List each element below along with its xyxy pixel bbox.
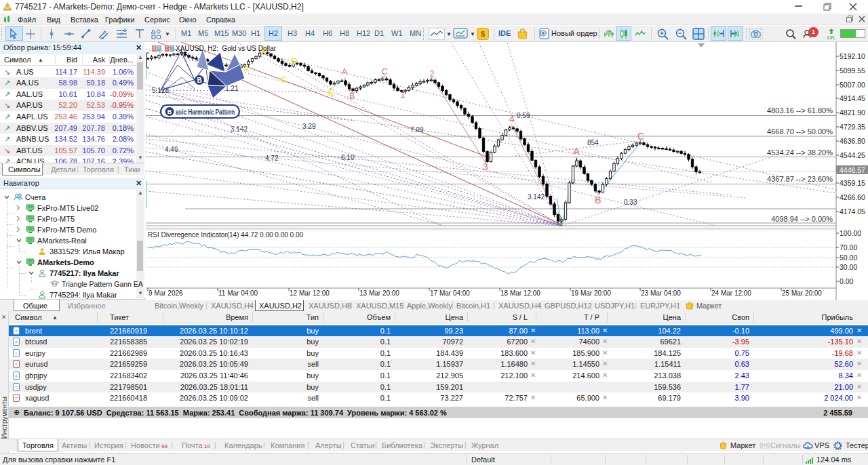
svg-text:4636.80: 4636.80 — [840, 137, 865, 145]
svg-text:XAUUSD, H2: Gold vs US Dollar: XAUUSD, H2: Gold vs US Dollar — [176, 45, 276, 52]
svg-text:11 Mar 04:00: 11 Mar 04:00 — [218, 289, 258, 297]
svg-text:4.72: 4.72 — [265, 155, 279, 162]
svg-text:3.142: 3.142 — [528, 193, 545, 201]
svg-text:A: A — [573, 146, 580, 157]
svg-text:18 Mar 12:00: 18 Mar 12:00 — [500, 289, 540, 297]
svg-text:70.00: 70.00 — [840, 243, 857, 251]
svg-text:5192.10: 5192.10 — [840, 52, 865, 60]
svg-text:1: 1 — [401, 90, 406, 100]
svg-text:B: B — [595, 195, 601, 205]
svg-text:4.46: 4.46 — [165, 146, 178, 153]
svg-text:12 Mar 12:00: 12 Mar 12:00 — [290, 289, 330, 297]
svg-text:24 Mar 12:00: 24 Mar 12:00 — [711, 289, 751, 297]
svg-text:4729.35: 4729.35 — [840, 123, 865, 131]
svg-text:100.00: 100.00 — [840, 229, 861, 237]
svg-text:50.00: 50.00 — [840, 254, 857, 262]
svg-text:4266.60: 4266.60 — [840, 193, 865, 201]
svg-text:B: B — [167, 108, 172, 115]
svg-text:C: C — [280, 75, 287, 85]
svg-text:4914.45: 4914.45 — [840, 94, 865, 102]
svg-text:4098.94 --> 0.00%: 4098.94 --> 0.00% — [771, 215, 833, 223]
svg-text:3.142: 3.142 — [231, 125, 248, 133]
svg-text:0.59: 0.59 — [517, 112, 530, 119]
svg-text:17 Mar 04:00: 17 Mar 04:00 — [430, 289, 470, 297]
svg-text:5: 5 — [6, 5, 9, 10]
svg-text:A: A — [243, 64, 250, 74]
svg-text:A: A — [342, 67, 347, 77]
svg-text:4174.05: 4174.05 — [840, 207, 865, 216]
svg-text:5099.55: 5099.55 — [840, 66, 865, 75]
svg-text:4359.15: 4359.15 — [840, 179, 865, 187]
svg-text:C: C — [637, 131, 644, 142]
svg-text:3.29: 3.29 — [302, 123, 316, 130]
svg-text:B: B — [197, 77, 201, 84]
svg-text:LVL: LVL — [827, 35, 835, 40]
svg-text:2: 2 — [430, 69, 435, 79]
svg-text:E: E — [328, 87, 334, 98]
svg-text:RSI Diveregence Indicator(14): RSI Diveregence Indicator(14) 44.72 0.00… — [148, 231, 303, 239]
svg-text:854: 854 — [587, 139, 599, 146]
svg-text:4446.57: 4446.57 — [840, 166, 865, 174]
svg-text:4367.87 --> 23.60%: 4367.87 --> 23.60% — [767, 175, 833, 183]
svg-text:D: D — [291, 56, 297, 66]
svg-text:5007.00: 5007.00 — [840, 81, 865, 89]
svg-text:$: $ — [481, 30, 485, 38]
svg-text:4: 4 — [509, 113, 515, 124]
svg-text:7.09: 7.09 — [410, 126, 424, 134]
svg-text:23 Mar 04:00: 23 Mar 04:00 — [641, 289, 681, 297]
svg-text:4821.90: 4821.90 — [840, 108, 865, 117]
svg-text:asic Harmonic Pattern: asic Harmonic Pattern — [176, 108, 235, 116]
svg-text:0.33: 0.33 — [624, 199, 637, 206]
svg-text:25 Mar 20:00: 25 Mar 20:00 — [782, 289, 822, 297]
svg-text:30.00: 30.00 — [840, 263, 857, 271]
svg-text:0.00: 0.00 — [840, 277, 854, 285]
svg-text:C: C — [382, 67, 388, 77]
svg-text:4544.25: 4544.25 — [840, 151, 865, 159]
svg-text:4668.70 --> 50.00%: 4668.70 --> 50.00% — [767, 127, 833, 136]
svg-text:19 Mar 20:00: 19 Mar 20:00 — [571, 289, 611, 297]
svg-text:13 Mar 20:00: 13 Mar 20:00 — [359, 289, 399, 297]
svg-text:3: 3 — [483, 161, 488, 172]
svg-text:4534.24 --> 38.20%: 4534.24 --> 38.20% — [767, 148, 833, 157]
svg-text:4803.16 --> 61.80%: 4803.16 --> 61.80% — [767, 106, 833, 115]
svg-text:9 Mar 2026: 9 Mar 2026 — [149, 289, 183, 297]
svg-text:B: B — [349, 92, 355, 101]
svg-text:6.10: 6.10 — [341, 154, 355, 161]
